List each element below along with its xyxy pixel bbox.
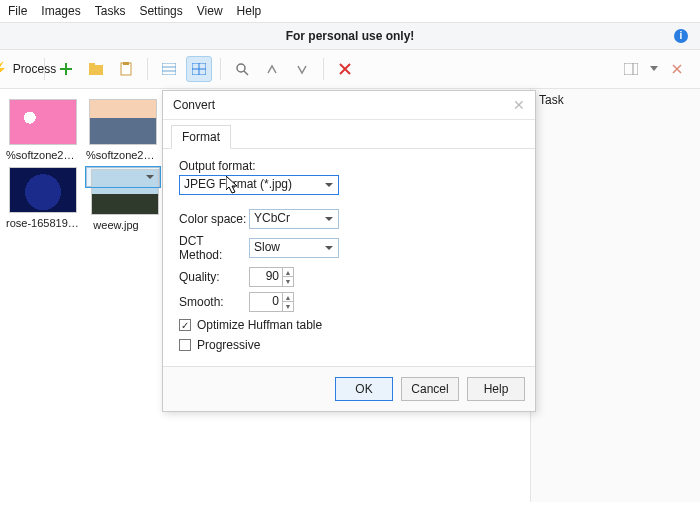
output-format-label: Output format:: [179, 159, 519, 173]
view-list-button[interactable]: [156, 56, 182, 82]
optimize-huffman-checkbox[interactable]: ✓ Optimize Huffman table: [179, 318, 519, 332]
search-button[interactable]: [229, 56, 255, 82]
banner-text: For personal use only!: [286, 29, 415, 43]
menu-tasks[interactable]: Tasks: [95, 4, 126, 18]
colorspace-label: Color space:: [179, 212, 249, 226]
thumbnail-item-selected[interactable]: weew.jpg: [86, 167, 160, 187]
quality-label: Quality:: [179, 270, 249, 284]
smooth-label: Smooth:: [179, 295, 249, 309]
thumbnail-label: weew.jpg: [91, 219, 141, 231]
thumbnails: %softzone2020... %softzone2020... rose-1…: [0, 89, 170, 502]
progressive-label: Progressive: [197, 338, 260, 352]
tab-format[interactable]: Format: [171, 125, 231, 149]
sort-desc-button[interactable]: [289, 56, 315, 82]
paste-button[interactable]: [113, 56, 139, 82]
thumbnail-item[interactable]: %softzone2020...: [86, 99, 160, 161]
output-format-select[interactable]: JPEG Format (*.jpg): [179, 175, 339, 195]
quality-input[interactable]: 90: [249, 267, 283, 287]
svg-point-6: [237, 64, 245, 72]
dct-select[interactable]: Slow: [249, 238, 339, 258]
separator: [147, 58, 148, 80]
banner: For personal use only! i: [0, 23, 700, 49]
bolt-icon: ⚡: [0, 61, 7, 77]
delete-button[interactable]: [332, 56, 358, 82]
add-button[interactable]: [53, 56, 79, 82]
svg-rect-3: [123, 62, 129, 65]
optimize-huffman-label: Optimize Huffman table: [197, 318, 322, 332]
thumbnail-image: [9, 99, 77, 145]
dialog-tabs: Format: [163, 120, 535, 149]
menu-file[interactable]: File: [8, 4, 27, 18]
view-grid-button[interactable]: [186, 56, 212, 82]
process-button[interactable]: ⚡ Process: [10, 56, 36, 82]
dialog-body: Output format: JPEG Format (*.jpg) Color…: [163, 149, 535, 368]
task-panel-title: Task: [539, 93, 564, 107]
close-icon[interactable]: ✕: [513, 97, 525, 113]
info-icon[interactable]: i: [674, 29, 688, 43]
dialog-title: Convert: [173, 98, 215, 112]
dialog-titlebar: Convert ✕: [163, 91, 535, 120]
menu-help[interactable]: Help: [237, 4, 262, 18]
close-panel-button[interactable]: [664, 56, 690, 82]
layout-dropdown[interactable]: [648, 56, 660, 82]
separator: [220, 58, 221, 80]
smooth-stepper[interactable]: ▲▼: [283, 292, 294, 312]
progressive-checkbox[interactable]: Progressive: [179, 338, 519, 352]
svg-rect-7: [624, 63, 638, 75]
dialog-footer: OK Cancel Help: [163, 366, 535, 411]
task-panel: Task: [530, 89, 700, 502]
svg-rect-1: [89, 63, 95, 67]
checkbox-icon: [179, 339, 191, 351]
quality-stepper[interactable]: ▲▼: [283, 267, 294, 287]
menu-bar: File Images Tasks Settings View Help: [0, 0, 700, 23]
smooth-input[interactable]: 0: [249, 292, 283, 312]
separator: [323, 58, 324, 80]
thumbnail-image: [9, 167, 77, 213]
help-button[interactable]: Help: [467, 377, 525, 401]
layout-button[interactable]: [618, 56, 644, 82]
convert-dialog: Convert ✕ Format Output format: JPEG For…: [162, 90, 536, 412]
thumbnail-label: %softzone2020...: [86, 149, 160, 161]
menu-view[interactable]: View: [197, 4, 223, 18]
toolbar: ⚡ Process: [0, 49, 700, 89]
thumbnail-label: %softzone2020...: [6, 149, 80, 161]
thumbnail-image: [91, 169, 159, 215]
cancel-button[interactable]: Cancel: [401, 377, 459, 401]
thumbnail-item[interactable]: %softzone2020...: [6, 99, 80, 161]
thumbnail-image: [89, 99, 157, 145]
menu-settings[interactable]: Settings: [139, 4, 182, 18]
svg-rect-4: [162, 63, 176, 75]
menu-images[interactable]: Images: [41, 4, 80, 18]
process-label: Process: [13, 62, 56, 76]
dct-label: DCT Method:: [179, 234, 249, 262]
colorspace-select[interactable]: YCbCr: [249, 209, 339, 229]
thumbnail-label: rose-165819_12...: [6, 217, 80, 229]
checkbox-icon: ✓: [179, 319, 191, 331]
ok-button[interactable]: OK: [335, 377, 393, 401]
thumbnail-item[interactable]: rose-165819_12...: [6, 167, 80, 229]
separator: [44, 58, 45, 80]
folder-button[interactable]: [83, 56, 109, 82]
sort-asc-button[interactable]: [259, 56, 285, 82]
